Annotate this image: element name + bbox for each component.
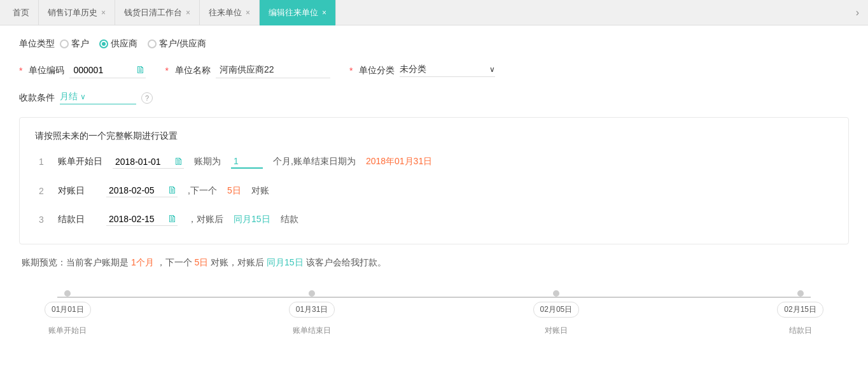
- period-title: 请按照未来的一个完整帐期进行设置: [35, 130, 833, 142]
- unit-category-group: * 单位分类 未分类 ∨: [349, 64, 495, 77]
- unit-info-row: * 单位编码 🗎 * 单位名称 * 单位分类 未分类 ∨: [19, 62, 849, 78]
- unit-category-value: 未分类: [400, 64, 487, 75]
- payment-terms-group: 收款条件 月结 ∨ ?: [19, 91, 153, 104]
- unit-category-star: *: [349, 66, 353, 76]
- timeline-label-3: 02月05日: [533, 302, 580, 318]
- period-desc-prefix-2: ,下一个: [188, 185, 217, 197]
- period-month-label: 账期为: [194, 156, 221, 167]
- radio-supplier[interactable]: 供应商: [99, 38, 137, 50]
- tab-bar: 首页 销售订单历史 × 钱货日清工作台 × 往来单位 × 编辑往来单位 × ›: [0, 0, 868, 25]
- timeline-dot-3: [553, 290, 559, 297]
- timeline-label-1: 01月01日: [45, 302, 91, 318]
- unit-category-select[interactable]: 未分类 ∨: [400, 64, 495, 77]
- radio-customer[interactable]: 客户: [60, 38, 89, 50]
- tab-partners-close[interactable]: ×: [246, 8, 250, 17]
- period-num-1: 1: [35, 157, 48, 167]
- period-month-input: [231, 155, 263, 169]
- unit-category-arrow: ∨: [489, 65, 495, 74]
- period-row-1: 1 账单开始日 🗎 账期为 个月,账单结束日期为 2018年01月31日: [35, 155, 833, 169]
- timeline-dot-1: [64, 290, 71, 297]
- payment-terms-arrow: ∨: [80, 92, 86, 101]
- radio-supplier-circle: [99, 39, 108, 48]
- preview-suffix: 该客户会给我打款。: [306, 257, 386, 267]
- period-end-date: 2018年01月31日: [366, 156, 432, 167]
- radio-group: 客户 供应商 客户/供应商: [60, 38, 206, 50]
- tab-edit-partner-label: 编辑往来单位: [269, 7, 318, 18]
- period-field-label-2: 对账日: [58, 185, 96, 197]
- unit-type-group: 单位类型 客户 供应商 客户/供应商: [19, 38, 206, 50]
- period-date-input-2[interactable]: [106, 184, 164, 197]
- preview-mid1: ，下一个: [157, 257, 192, 267]
- tab-home-label: 首页: [13, 7, 29, 18]
- period-desc-highlight-3: 同月15日: [234, 214, 270, 225]
- timeline: 01月01日 账单开始日 01月31日 账单结束日 02月05日 对账日 02月…: [19, 284, 849, 355]
- period-calendar-3[interactable]: 🗎: [167, 213, 178, 225]
- tab-edit-partner-close[interactable]: ×: [322, 8, 326, 17]
- payment-terms-select[interactable]: 月结 ∨: [60, 91, 136, 104]
- period-box: 请按照未来的一个完整帐期进行设置 1 账单开始日 🗎 账期为 个月,账单结束日期…: [19, 117, 849, 244]
- period-date-input-1[interactable]: [113, 155, 170, 168]
- timeline-label-2: 01月31日: [289, 302, 335, 318]
- period-desc-highlight-2: 5日: [227, 185, 241, 197]
- timeline-bottom-4: 结款日: [789, 325, 812, 336]
- unit-name-label: 单位名称: [175, 65, 211, 76]
- timeline-label-4: 02月15日: [777, 302, 823, 318]
- period-suffix-1: 个月,账单结束日期为: [273, 156, 356, 167]
- timeline-bottom-2: 账单结束日: [293, 325, 331, 336]
- tab-sales-history[interactable]: 销售订单历史 ×: [39, 0, 115, 25]
- tab-sales-history-label: 销售订单历史: [48, 7, 97, 18]
- payment-terms-help[interactable]: ?: [141, 92, 153, 104]
- unit-type-label: 单位类型: [19, 38, 55, 50]
- unit-code-star: *: [19, 66, 22, 76]
- tab-cash-work-close[interactable]: ×: [186, 8, 190, 17]
- tab-expand-button[interactable]: ›: [850, 7, 865, 18]
- unit-code-label: 单位编码: [29, 65, 64, 76]
- preview-text: 账期预览：当前客户账期是 1个月 ，下一个 5日 对账，对账后 同月15日 该客…: [19, 257, 849, 269]
- period-desc-suffix-2: 对账: [251, 185, 269, 197]
- unit-name-input[interactable]: [216, 62, 330, 78]
- period-calendar-1[interactable]: 🗎: [174, 156, 184, 167]
- radio-both-label: 客户/供应商: [159, 38, 206, 50]
- preview-prefix: 账期预览：当前客户账期是: [22, 257, 129, 267]
- tab-home[interactable]: 首页: [3, 0, 39, 25]
- payment-terms-row: 收款条件 月结 ∨ ?: [19, 91, 849, 104]
- period-num-2: 2: [35, 186, 48, 196]
- unit-code-group: * 单位编码 🗎: [19, 62, 146, 78]
- period-field-label-3: 结款日: [58, 214, 96, 225]
- radio-customer-label: 客户: [71, 38, 89, 50]
- radio-customer-circle: [60, 39, 69, 48]
- unit-code-icon[interactable]: 🗎: [136, 64, 146, 76]
- timeline-point-4: 02月15日 结款日: [777, 290, 823, 336]
- timeline-dot-4: [797, 290, 804, 297]
- period-date-2: 🗎: [106, 184, 178, 197]
- period-row-3: 3 结款日 🗎 ，对账后 同月15日 结款: [35, 213, 833, 226]
- tab-sales-history-close[interactable]: ×: [101, 8, 106, 17]
- unit-code-input-wrapper: 🗎: [69, 62, 146, 78]
- tab-cash-work[interactable]: 钱货日清工作台 ×: [115, 0, 200, 25]
- period-calendar-2[interactable]: 🗎: [167, 185, 178, 196]
- timeline-point-3: 02月05日 对账日: [533, 290, 580, 336]
- payment-terms-label: 收款条件: [19, 92, 55, 104]
- unit-name-group: * 单位名称: [165, 62, 330, 78]
- period-date-1: 🗎: [113, 155, 184, 169]
- unit-type-row: 单位类型 客户 供应商 客户/供应商: [19, 38, 849, 50]
- preview-highlight3: 同月15日: [267, 257, 304, 267]
- unit-code-input[interactable]: [69, 62, 133, 78]
- radio-supplier-label: 供应商: [111, 38, 137, 50]
- timeline-points: 01月01日 账单开始日 01月31日 账单结束日 02月05日 对账日 02月…: [45, 290, 823, 336]
- tab-partners[interactable]: 往来单位 ×: [200, 0, 260, 25]
- timeline-point-1: 01月01日 账单开始日: [45, 290, 91, 336]
- help-icon-label: ?: [145, 94, 149, 102]
- timeline-bottom-1: 账单开始日: [48, 325, 87, 336]
- radio-both[interactable]: 客户/供应商: [148, 38, 206, 50]
- period-field-label-1: 账单开始日: [58, 156, 102, 167]
- preview-highlight1: 1个月: [131, 257, 154, 267]
- tab-partners-label: 往来单位: [209, 7, 242, 18]
- tab-cash-work-label: 钱货日清工作台: [124, 7, 182, 18]
- period-num-3: 3: [35, 215, 48, 225]
- tab-edit-partner[interactable]: 编辑往来单位 ×: [260, 0, 336, 25]
- timeline-dot-2: [309, 290, 315, 297]
- period-row-2: 2 对账日 🗎 ,下一个 5日 对账: [35, 184, 833, 197]
- period-date-input-3[interactable]: [106, 213, 164, 225]
- period-month-value[interactable]: [231, 155, 263, 167]
